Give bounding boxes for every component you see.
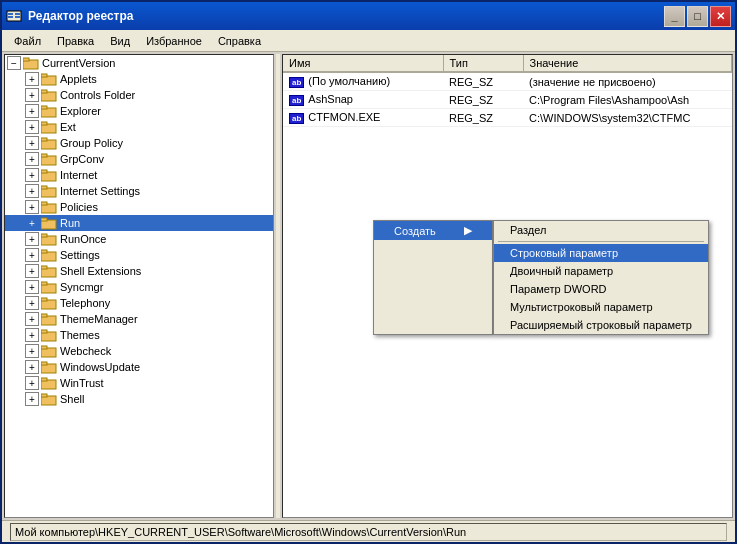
- folder-icon: [41, 88, 57, 102]
- ab-icon: ab: [289, 113, 304, 124]
- tree-item-internet[interactable]: + Internet: [5, 167, 273, 183]
- tree-item-themes[interactable]: + Themes: [5, 327, 273, 343]
- menu-file[interactable]: Файл: [6, 33, 49, 49]
- tree-item-grouppolicy[interactable]: + Group Policy: [5, 135, 273, 151]
- tree-item-shell[interactable]: + Shell: [5, 391, 273, 407]
- folder-open-icon: [23, 56, 39, 70]
- tree-item-wintrust[interactable]: + WinTrust: [5, 375, 273, 391]
- column-name: Имя: [283, 55, 443, 72]
- tree-item-telephony[interactable]: + Telephony: [5, 295, 273, 311]
- toggle-policies[interactable]: +: [25, 200, 39, 214]
- minimize-button[interactable]: _: [664, 6, 685, 27]
- toggle-internet[interactable]: +: [25, 168, 39, 182]
- svg-rect-18: [41, 154, 47, 157]
- tree-item-run[interactable]: + Run: [5, 215, 273, 231]
- svg-rect-30: [41, 250, 47, 253]
- tree-item-explorer[interactable]: + Explorer: [5, 103, 273, 119]
- folder-icon: [41, 296, 57, 310]
- cell-type: REG_SZ: [443, 72, 523, 91]
- tree-label: Internet: [60, 169, 97, 181]
- toggle-runonce[interactable]: +: [25, 232, 39, 246]
- tree-item-ext[interactable]: + Ext: [5, 119, 273, 135]
- menu-edit[interactable]: Правка: [49, 33, 102, 49]
- tree-item-internetsettings[interactable]: + Internet Settings: [5, 183, 273, 199]
- toggle-internetsettings[interactable]: +: [25, 184, 39, 198]
- tree-label: Explorer: [60, 105, 101, 117]
- tree-label-run: Run: [60, 217, 80, 229]
- svg-rect-10: [41, 90, 47, 93]
- tree-item-webcheck[interactable]: + Webcheck: [5, 343, 273, 359]
- svg-rect-24: [41, 202, 47, 205]
- svg-rect-32: [41, 266, 47, 269]
- maximize-button[interactable]: □: [687, 6, 708, 27]
- tree-item-shellextensions[interactable]: + Shell Extensions: [5, 263, 273, 279]
- toggle-applets[interactable]: +: [25, 72, 39, 86]
- registry-table: Имя Тип Значение ab(По умолчанию) REG_SZ…: [283, 55, 732, 127]
- tree-root[interactable]: − CurrentVersion: [5, 55, 273, 71]
- tree-label: Internet Settings: [60, 185, 140, 197]
- registry-values-panel[interactable]: Имя Тип Значение ab(По умолчанию) REG_SZ…: [282, 54, 733, 518]
- submenu-item-multistring[interactable]: Мультистроковый параметр: [494, 298, 708, 316]
- cell-value: (значение не присвоено): [523, 72, 732, 91]
- close-button[interactable]: ✕: [710, 6, 731, 27]
- toggle-syncmgr[interactable]: +: [25, 280, 39, 294]
- tree-label: RunOnce: [60, 233, 106, 245]
- menu-help[interactable]: Справка: [210, 33, 269, 49]
- submenu-item-string[interactable]: Строковый параметр: [494, 244, 708, 262]
- toggle-telephony[interactable]: +: [25, 296, 39, 310]
- tree-label: Settings: [60, 249, 100, 261]
- folder-icon: [41, 184, 57, 198]
- tree-label: Shell: [60, 393, 84, 405]
- svg-rect-34: [41, 282, 47, 285]
- toggle-themes[interactable]: +: [25, 328, 39, 342]
- toggle-webcheck[interactable]: +: [25, 344, 39, 358]
- tree-item-windowsupdate[interactable]: + WindowsUpdate: [5, 359, 273, 375]
- menu-favorites[interactable]: Избранное: [138, 33, 210, 49]
- submenu-item-dword[interactable]: Параметр DWORD: [494, 280, 708, 298]
- svg-rect-20: [41, 170, 47, 173]
- tree-toggle-root[interactable]: −: [7, 56, 21, 70]
- tree-item-runonce[interactable]: + RunOnce: [5, 231, 273, 247]
- tree-label: WinTrust: [60, 377, 104, 389]
- toggle-windowsupdate[interactable]: +: [25, 360, 39, 374]
- ab-icon: ab: [289, 95, 304, 106]
- tree-item-settings[interactable]: + Settings: [5, 247, 273, 263]
- submenu-item-razdel[interactable]: Раздел: [494, 221, 708, 239]
- submenu-item-binary[interactable]: Двоичный параметр: [494, 262, 708, 280]
- tree-item-controls[interactable]: + Controls Folder: [5, 87, 273, 103]
- table-row[interactable]: abCTFMON.EXE REG_SZ C:\WINDOWS\system32\…: [283, 109, 732, 127]
- table-row[interactable]: abAshSnap REG_SZ C:\Program Files\Ashamp…: [283, 91, 732, 109]
- svg-rect-12: [41, 106, 47, 109]
- tree-item-applets[interactable]: + Applets: [5, 71, 273, 87]
- submenu-item-expandstring[interactable]: Расширяемый строковый параметр: [494, 316, 708, 334]
- toggle-grpconv[interactable]: +: [25, 152, 39, 166]
- toggle-shell[interactable]: +: [25, 392, 39, 406]
- folder-icon: [41, 232, 57, 246]
- tree-panel[interactable]: − CurrentVersion + Applets: [4, 54, 274, 518]
- folder-icon: [41, 200, 57, 214]
- menu-view[interactable]: Вид: [102, 33, 138, 49]
- toggle-controls[interactable]: +: [25, 88, 39, 102]
- toggle-grouppolicy[interactable]: +: [25, 136, 39, 150]
- tree-item-grpconv[interactable]: + GrpConv: [5, 151, 273, 167]
- context-menu-create[interactable]: Создать ▶: [374, 221, 492, 240]
- tree-item-policies[interactable]: + Policies: [5, 199, 273, 215]
- toggle-settings[interactable]: +: [25, 248, 39, 262]
- tree-item-syncmgr[interactable]: + Syncmgr: [5, 279, 273, 295]
- folder-icon: [41, 376, 57, 390]
- window-title: Редактор реестра: [28, 9, 664, 23]
- toggle-wintrust[interactable]: +: [25, 376, 39, 390]
- tree-label: ThemeManager: [60, 313, 138, 325]
- svg-rect-36: [41, 298, 47, 301]
- toggle-ext[interactable]: +: [25, 120, 39, 134]
- table-row[interactable]: ab(По умолчанию) REG_SZ (значение не при…: [283, 72, 732, 91]
- toggle-run[interactable]: +: [25, 216, 39, 230]
- cell-name: ab(По умолчанию): [283, 72, 443, 91]
- tree-label: Syncmgr: [60, 281, 103, 293]
- tree-label: Controls Folder: [60, 89, 135, 101]
- tree-item-thememanager[interactable]: + ThemeManager: [5, 311, 273, 327]
- panel-splitter[interactable]: [276, 54, 280, 518]
- toggle-shellextensions[interactable]: +: [25, 264, 39, 278]
- toggle-explorer[interactable]: +: [25, 104, 39, 118]
- toggle-thememanager[interactable]: +: [25, 312, 39, 326]
